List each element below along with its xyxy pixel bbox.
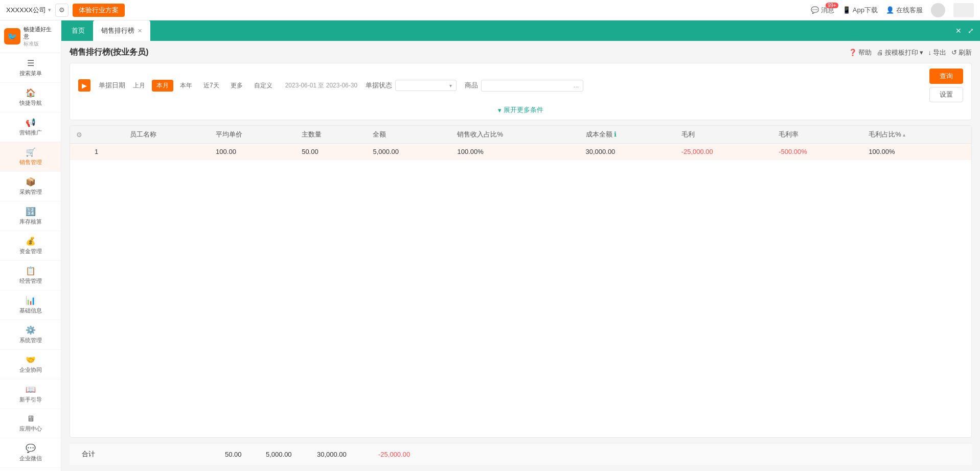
message-badge: 99+ bbox=[826, 3, 838, 8]
date-7days-btn[interactable]: 近7天 bbox=[199, 80, 224, 92]
sidebar-item-wechat[interactable]: 💬 企业微信 bbox=[0, 438, 61, 468]
sidebar-item-marketing[interactable]: 📢 营销推广 bbox=[0, 113, 61, 142]
top-bar-right: 💬 消息 99+ 📱 App下载 👤 在线客服 bbox=[811, 3, 974, 17]
status-select-text bbox=[400, 82, 447, 89]
help-button[interactable]: ❓ 帮助 bbox=[849, 48, 872, 57]
message-icon: 💬 bbox=[811, 6, 819, 14]
expand-conditions-button[interactable]: ▾ 展开更多条件 bbox=[498, 105, 543, 115]
sidebar-item-member[interactable]: V 畅会员 bbox=[0, 468, 61, 471]
sidebar-item-purchase[interactable]: 📦 采购管理 bbox=[0, 172, 61, 201]
purchase-icon: 📦 bbox=[26, 177, 36, 187]
sidebar-item-search[interactable]: ☰ 搜索菜单 bbox=[0, 53, 61, 83]
tab-close-icon[interactable]: ✕ bbox=[138, 28, 142, 34]
col-name: 员工名称 bbox=[124, 126, 210, 144]
tab-bar-right: ✕ ⤢ bbox=[955, 27, 980, 35]
print-button[interactable]: 🖨 按模板打印 ▾ bbox=[877, 48, 923, 57]
table-header-row: ⚙ 员工名称 平均单价 主数量 全额 销售收入占比% 成本全额 ℹ 毛利 bbox=[70, 126, 971, 144]
sidebar-label-sales: 销售管理 bbox=[19, 159, 42, 166]
date-current-month-btn[interactable]: 本月 bbox=[152, 80, 173, 92]
status-chevron-icon: ▾ bbox=[449, 83, 452, 88]
refresh-button[interactable]: ↺ 刷新 bbox=[951, 48, 972, 57]
cell-amount: 5,000.00 bbox=[367, 144, 451, 160]
company-selector[interactable]: XXXXXX公司 ▾ bbox=[6, 6, 51, 15]
sidebar-item-sales[interactable]: 🛒 销售管理 bbox=[0, 142, 61, 172]
filter-toggle-button[interactable]: ▶ bbox=[78, 79, 90, 92]
status-select[interactable]: ▾ bbox=[395, 80, 457, 91]
sidebar-item-system[interactable]: ⚙️ 系统管理 bbox=[0, 320, 61, 350]
tab-sales-rank[interactable]: 销售排行榜 ✕ bbox=[93, 20, 150, 41]
cell-gross: -25,000.00 bbox=[675, 144, 773, 160]
cell-rank: 1 bbox=[88, 144, 124, 160]
system-icon: ⚙️ bbox=[26, 325, 36, 335]
sidebar-item-operations[interactable]: 📋 经营管理 bbox=[0, 261, 61, 290]
col-gross: 毛利 bbox=[675, 126, 773, 144]
main-layout: 🐦 畅捷通好生意 标准版 ☰ 搜索菜单 🏠 快捷导航 📢 营销推广 🛒 销售管理… bbox=[0, 20, 980, 471]
table-settings-button[interactable]: 设置 bbox=[929, 87, 963, 102]
filter-status-item: 单据状态 ▾ bbox=[366, 80, 457, 91]
settings-gear-button[interactable]: ⚙ bbox=[55, 4, 69, 17]
col-cost: 成本全额 ℹ bbox=[580, 126, 675, 144]
export-button[interactable]: ↓ 导出 bbox=[928, 48, 947, 57]
avatar[interactable] bbox=[931, 3, 945, 17]
col-sales-pct: 销售收入占比% bbox=[451, 126, 579, 144]
tab-maximize-icon[interactable]: ⤢ bbox=[968, 27, 974, 35]
cost-info-icon[interactable]: ℹ bbox=[614, 130, 617, 138]
goods-input[interactable]: ... bbox=[481, 80, 583, 92]
sidebar-item-basic[interactable]: 📊 基础信息 bbox=[0, 290, 61, 320]
marketing-icon: 📢 bbox=[26, 118, 36, 127]
date-prev-month-btn[interactable]: 上月 bbox=[128, 80, 150, 92]
refresh-icon: ↺ bbox=[951, 49, 957, 56]
cell-qty: 50.00 bbox=[295, 144, 367, 160]
gross-pct-info-icon[interactable]: ▴ bbox=[903, 132, 905, 138]
sidebar-item-capital[interactable]: 💰 资金管理 bbox=[0, 231, 61, 261]
sales-icon: 🛒 bbox=[26, 147, 36, 157]
col-gross-rate: 毛利率 bbox=[772, 126, 862, 144]
home-icon: 🏠 bbox=[26, 88, 36, 98]
page-content: 销售排行榜(按业务员) ❓ 帮助 🖨 按模板打印 ▾ ↓ 导出 bbox=[61, 41, 980, 471]
tab-sales-rank-label: 销售排行榜 bbox=[101, 26, 134, 35]
sidebar-label-guide: 新手引导 bbox=[19, 396, 42, 403]
sidebar-label-quicknav: 快捷导航 bbox=[19, 99, 42, 107]
apps-icon: 🖥 bbox=[27, 414, 35, 423]
tab-home[interactable]: 首页 bbox=[63, 20, 93, 41]
tab-home-label: 首页 bbox=[72, 26, 85, 35]
sidebar-label-basic: 基础信息 bbox=[19, 307, 42, 315]
sidebar-item-guide[interactable]: 📖 新手引导 bbox=[0, 379, 61, 409]
wechat-icon: 💬 bbox=[26, 443, 36, 453]
tab-minimize-icon[interactable]: ✕ bbox=[955, 27, 962, 35]
cell-sales-pct: 100.00% bbox=[451, 144, 579, 160]
filter-date-item: 单据日期 上月 本月 本年 近7天 更多 自定义 bbox=[99, 80, 277, 92]
app-label: App下载 bbox=[853, 6, 878, 15]
sidebar-item-inventory[interactable]: 🔢 库存核算 bbox=[0, 201, 61, 231]
table-footer: 合计 50.00 5,000.00 30,000.00 -25,000.00 bbox=[70, 443, 972, 465]
date-range-text: 2023-06-01 至 2023-06-30 bbox=[285, 81, 357, 90]
sidebar-item-enterprise[interactable]: 🤝 企业协同 bbox=[0, 350, 61, 379]
trial-button[interactable]: 体验行业方案 bbox=[73, 4, 125, 17]
logo-icon: 🐦 bbox=[4, 28, 20, 44]
query-button[interactable]: 查询 bbox=[929, 69, 963, 84]
sidebar-item-quicknav[interactable]: 🏠 快捷导航 bbox=[0, 83, 61, 113]
col-gross-pct: 毛利占比% ▴ bbox=[862, 126, 971, 144]
expand-label: 展开更多条件 bbox=[504, 105, 543, 115]
date-label: 单据日期 bbox=[99, 81, 125, 90]
sidebar-label-operations: 经营管理 bbox=[19, 277, 42, 285]
filter-goods-item: 商品 ... bbox=[465, 80, 583, 92]
action-buttons: 查询 设置 bbox=[929, 69, 963, 102]
message-button[interactable]: 💬 消息 99+ bbox=[811, 6, 834, 15]
date-range: 上月 本月 本年 近7天 更多 自定义 bbox=[128, 80, 277, 92]
cell-avg-price: 100.00 bbox=[210, 144, 295, 160]
date-more-btn[interactable]: 更多 bbox=[226, 80, 247, 92]
footer-gross: -25,000.00 bbox=[372, 448, 416, 460]
sidebar-item-apps[interactable]: 🖥 应用中心 bbox=[0, 409, 61, 438]
service-label: 在线客服 bbox=[896, 6, 923, 15]
goods-dots-button[interactable]: ... bbox=[574, 82, 579, 89]
sidebar-label-apps: 应用中心 bbox=[19, 425, 42, 433]
date-year-btn[interactable]: 本年 bbox=[175, 80, 197, 92]
column-settings-icon[interactable]: ⚙ bbox=[76, 131, 82, 139]
service-button[interactable]: 👤 在线客服 bbox=[886, 6, 923, 15]
tab-bar: 首页 销售排行榜 ✕ ✕ ⤢ bbox=[61, 20, 980, 41]
filter-date-range-item: 2023-06-01 至 2023-06-30 bbox=[285, 81, 357, 90]
footer-cost: 30,000.00 bbox=[311, 448, 372, 460]
date-custom-btn[interactable]: 自定义 bbox=[249, 80, 277, 92]
app-download-button[interactable]: 📱 App下载 bbox=[842, 6, 878, 15]
